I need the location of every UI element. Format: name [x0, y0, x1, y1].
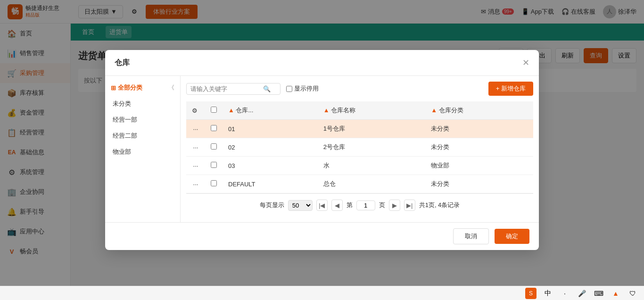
- row-code: 02: [223, 138, 318, 157]
- row-name: 水: [318, 157, 426, 175]
- collapse-button[interactable]: 《: [168, 83, 174, 92]
- per-page-select[interactable]: 50 10 20 100: [288, 200, 313, 211]
- col-gear: ⚙: [186, 101, 205, 120]
- gear-header-icon[interactable]: ⚙: [192, 107, 198, 114]
- row-check: [205, 138, 223, 157]
- row-code: 01: [223, 120, 318, 138]
- table-row[interactable]: ··· 02 2号仓库 未分类: [186, 138, 533, 157]
- category-uncategorized[interactable]: 未分类: [105, 96, 180, 112]
- total-info: 共1页, 4条记录: [419, 201, 460, 209]
- show-disabled-label[interactable]: 显示停用: [286, 84, 319, 93]
- bottom-keyboard-icon[interactable]: ⌨: [593, 288, 604, 299]
- page-suffix: 页: [379, 201, 385, 209]
- next-page-button[interactable]: ▶: [389, 200, 400, 211]
- table-row[interactable]: ··· 03 水 物业部: [186, 157, 533, 175]
- modal-sidebar: ⊞ 全部分类 《 未分类 经营一部 经营二部 物业部: [105, 76, 181, 222]
- row-category: 未分类: [425, 138, 533, 157]
- row-check: [205, 175, 223, 193]
- add-warehouse-button[interactable]: + 新增仓库: [488, 82, 533, 96]
- col-name-header: ▲ 仓库名称: [318, 101, 426, 120]
- row-checkbox[interactable]: [211, 143, 217, 150]
- page-label: 第: [347, 201, 353, 209]
- category-ops1[interactable]: 经营一部: [105, 112, 180, 128]
- bottom-extra-icon[interactable]: 🛡: [627, 288, 638, 299]
- bottom-bar: S 中 · 🎤 ⌨ ▲ 🛡: [0, 286, 644, 300]
- cancel-button[interactable]: 取消: [453, 228, 489, 244]
- row-name: 2号仓库: [318, 138, 426, 157]
- show-disabled-text: 显示停用: [294, 84, 319, 93]
- search-icon: 🔍: [263, 85, 271, 92]
- row-check: [205, 157, 223, 175]
- row-category: 物业部: [425, 157, 533, 175]
- table-body: ··· 01 1号仓库 未分类 ··· 02 2号仓库 未分类 ··· 03 水…: [186, 120, 533, 193]
- row-checkbox[interactable]: [211, 162, 217, 168]
- row-code: DEFAULT: [223, 175, 318, 193]
- bottom-mic-icon[interactable]: 🎤: [576, 288, 587, 299]
- row-checkbox[interactable]: [211, 125, 217, 131]
- bottom-logo-icon: S: [525, 288, 537, 299]
- modal-body: ⊞ 全部分类 《 未分类 经营一部 经营二部 物业部 🔍: [105, 76, 539, 222]
- warehouse-modal: 仓库 ✕ ⊞ 全部分类 《 未分类 经营一部 经营二部 物业部: [105, 50, 539, 250]
- row-gear[interactable]: ···: [186, 138, 205, 157]
- row-gear[interactable]: ···: [186, 175, 205, 193]
- row-name: 总仓: [318, 175, 426, 193]
- table-row[interactable]: ··· 01 1号仓库 未分类: [186, 120, 533, 138]
- all-category-title: ⊞ 全部分类: [111, 83, 142, 92]
- warehouse-table: ⚙ ▲ 仓库... ▲ 仓库名称 ▲ 仓库分类: [186, 101, 533, 193]
- category-ops2[interactable]: 经营二部: [105, 128, 180, 144]
- show-disabled-checkbox[interactable]: [286, 86, 292, 92]
- row-gear[interactable]: ···: [186, 157, 205, 175]
- table-scroll: ⚙ ▲ 仓库... ▲ 仓库名称 ▲ 仓库分类: [186, 101, 533, 193]
- row-gear[interactable]: ···: [186, 120, 205, 138]
- select-all-checkbox[interactable]: [211, 107, 217, 113]
- col-code-header: ▲ 仓库...: [223, 101, 318, 120]
- modal-title: 仓库: [115, 58, 130, 68]
- last-page-button[interactable]: ▶|: [404, 200, 415, 211]
- modal-footer: 取消 确定: [105, 222, 539, 250]
- row-name: 1号仓库: [318, 120, 426, 138]
- pagination: 每页显示 50 10 20 100 |◀ ◀ 第 页 ▶ ▶| 共1页, 4条记…: [186, 193, 533, 217]
- row-code: 03: [223, 157, 318, 175]
- page-number-input[interactable]: [356, 200, 375, 210]
- category-property[interactable]: 物业部: [105, 144, 180, 160]
- confirm-button[interactable]: 确定: [495, 229, 529, 244]
- bottom-zh-icon[interactable]: 中: [542, 288, 553, 299]
- bottom-dot-icon[interactable]: ·: [559, 288, 570, 299]
- table-header: ⚙ ▲ 仓库... ▲ 仓库名称 ▲ 仓库分类: [186, 101, 533, 120]
- modal-toolbar: 🔍 显示停用 + 新增仓库: [186, 82, 533, 96]
- bottom-shield-icon[interactable]: ▲: [610, 288, 621, 299]
- modal-main: 🔍 显示停用 + 新增仓库 ⚙: [181, 76, 539, 222]
- modal-header: 仓库 ✕: [105, 50, 539, 76]
- col-check: [205, 101, 223, 120]
- modal-sidebar-header: ⊞ 全部分类 《: [105, 80, 180, 96]
- search-box: 🔍: [186, 83, 281, 95]
- search-input[interactable]: [190, 85, 261, 92]
- row-checkbox[interactable]: [211, 180, 217, 186]
- row-category: 未分类: [425, 175, 533, 193]
- all-category-label: 全部分类: [118, 83, 142, 92]
- per-page-label: 每页显示: [260, 201, 284, 209]
- row-category: 未分类: [425, 120, 533, 138]
- col-category-header: ▲ 仓库分类: [425, 101, 533, 120]
- table-row[interactable]: ··· DEFAULT 总仓 未分类: [186, 175, 533, 193]
- grid-icon: ⊞: [111, 84, 116, 92]
- modal-overlay: 仓库 ✕ ⊞ 全部分类 《 未分类 经营一部 经营二部 物业部: [0, 0, 644, 300]
- first-page-button[interactable]: |◀: [316, 200, 328, 211]
- row-check: [205, 120, 223, 138]
- prev-page-button[interactable]: ◀: [331, 200, 343, 211]
- modal-close-button[interactable]: ✕: [522, 58, 529, 68]
